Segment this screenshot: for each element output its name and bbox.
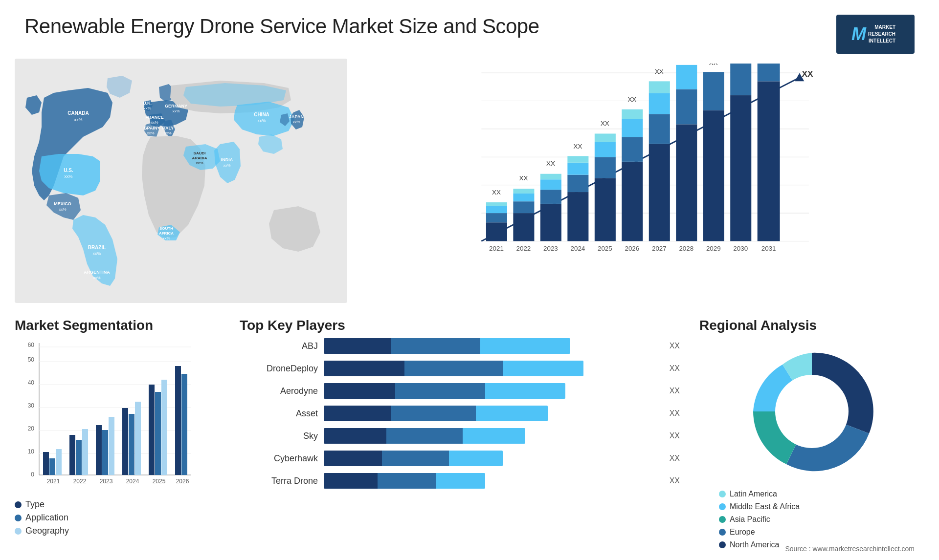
svg-rect-53 (540, 204, 561, 241)
reg-legend-dot (719, 503, 726, 510)
svg-text:BRAZIL: BRAZIL (88, 245, 106, 250)
svg-text:2027: 2027 (652, 245, 667, 252)
svg-text:XX: XX (802, 69, 813, 79)
player-bar (324, 383, 565, 399)
player-row: AerodyneXX (240, 383, 680, 399)
svg-rect-79 (676, 89, 697, 125)
legend-item-application: Application (15, 513, 220, 523)
svg-rect-69 (622, 137, 643, 162)
player-xx-label: XX (670, 431, 680, 440)
svg-text:XX: XX (627, 96, 636, 103)
reg-legend-label: North America (730, 540, 779, 549)
svg-text:ITALY: ITALY (162, 126, 174, 130)
reg-legend-item: Latin America (719, 490, 924, 498)
svg-text:xx%: xx% (64, 174, 72, 179)
svg-text:60: 60 (28, 342, 35, 348)
player-xx-label: XX (670, 409, 680, 418)
player-bar (324, 406, 548, 421)
svg-text:xx%: xx% (164, 131, 171, 135)
player-bar-seg2 (378, 473, 436, 489)
player-bar-seg1 (324, 428, 386, 444)
svg-rect-86 (730, 64, 751, 95)
player-bar-container (324, 383, 660, 399)
player-xx-label: XX (670, 387, 680, 395)
svg-text:2022: 2022 (73, 478, 87, 485)
legend-label-type: Type (25, 499, 45, 510)
player-bar-seg1 (324, 383, 395, 399)
svg-rect-82 (703, 110, 724, 241)
player-bar-seg3 (463, 428, 525, 444)
logo-text: MARKETRESEARCHINTELLECT (868, 24, 899, 44)
main-content: CANADA xx% U.S. xx% MEXICO xx% BRAZIL xx… (0, 59, 939, 313)
svg-rect-66 (595, 133, 616, 142)
svg-text:xx%: xx% (162, 236, 170, 240)
reg-legend-dot (719, 529, 726, 536)
svg-rect-88 (758, 81, 780, 241)
legend-label-application: Application (25, 513, 68, 523)
player-bar-seg2 (382, 451, 449, 466)
svg-text:SOUTH: SOUTH (159, 226, 173, 231)
bottom-section: Market Segmentation 0 10 20 30 40 50 60 (0, 313, 939, 560)
reg-legend-label: Middle East & Africa (730, 502, 800, 511)
svg-rect-124 (102, 430, 108, 475)
legend-label-geography: Geography (25, 526, 69, 536)
player-name: Terra Drone (240, 476, 318, 486)
player-bar-seg1 (324, 361, 404, 376)
svg-rect-122 (82, 429, 88, 475)
seg-chart-container: 0 10 20 30 40 50 60 (15, 338, 201, 495)
player-bar (324, 451, 503, 466)
svg-rect-63 (595, 178, 616, 241)
svg-rect-133 (181, 374, 187, 475)
player-bar-container (324, 406, 660, 421)
player-bar-seg2 (404, 361, 503, 376)
player-name: Asset (240, 409, 318, 419)
svg-rect-59 (567, 175, 588, 192)
svg-rect-74 (649, 114, 670, 144)
player-name: Sky (240, 431, 318, 441)
reg-legend-label: Asia Pacific (730, 515, 770, 524)
svg-rect-76 (649, 81, 670, 93)
player-row: ABJXX (240, 338, 680, 354)
svg-text:xx%: xx% (172, 109, 179, 113)
svg-text:xx%: xx% (74, 117, 82, 122)
player-xx-label: XX (670, 342, 680, 350)
svg-rect-44 (486, 213, 507, 222)
player-bar-container (324, 338, 660, 354)
svg-text:XX: XX (546, 160, 555, 167)
player-bar-seg2 (391, 406, 476, 421)
svg-rect-48 (513, 213, 534, 241)
svg-text:2024: 2024 (571, 245, 585, 252)
logo-m-icon: M (851, 24, 866, 44)
svg-text:XX: XX (519, 174, 528, 182)
svg-rect-55 (540, 179, 561, 190)
svg-rect-80 (676, 65, 697, 89)
svg-text:xx%: xx% (59, 207, 66, 212)
svg-rect-75 (649, 93, 670, 114)
reg-legend-dot (719, 516, 726, 523)
svg-text:0: 0 (31, 471, 34, 478)
svg-text:xx%: xx% (257, 118, 266, 123)
svg-rect-126 (122, 408, 128, 475)
svg-text:ARGENTINA: ARGENTINA (84, 270, 110, 275)
svg-rect-78 (676, 124, 697, 241)
svg-rect-45 (486, 206, 507, 213)
player-xx-label: XX (670, 476, 680, 485)
players-section: Top Key Players ABJXXDroneDeployXXAerody… (230, 318, 690, 560)
svg-text:SPAIN: SPAIN (144, 126, 157, 130)
svg-text:JAPAN: JAPAN (289, 114, 304, 119)
svg-text:xx%: xx% (93, 276, 100, 280)
legend-item-type: Type (15, 499, 220, 510)
svg-rect-83 (703, 72, 724, 110)
svg-text:xx%: xx% (223, 163, 230, 168)
svg-text:20: 20 (28, 425, 35, 432)
svg-text:CHINA: CHINA (254, 112, 269, 117)
regional-legend: Latin AmericaMiddle East & AfricaAsia Pa… (699, 490, 924, 549)
player-xx-label: XX (670, 454, 680, 463)
player-row: SkyXX (240, 428, 680, 444)
bar-chart: XX XX XX XX (357, 64, 915, 279)
reg-legend-item: Middle East & Africa (719, 502, 924, 511)
player-name: ABJ (240, 341, 318, 351)
svg-rect-61 (567, 156, 588, 162)
player-bar-seg1 (324, 406, 391, 421)
regional-section: Regional Analysis Latin AmericaMiddle Ea… (699, 318, 924, 560)
